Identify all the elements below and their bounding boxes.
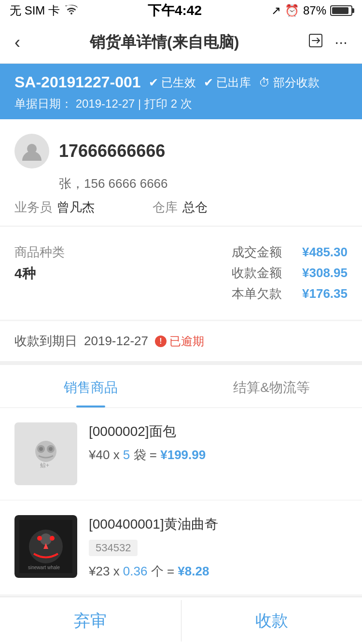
product-name-1: [0000002]面包 (89, 422, 348, 441)
date-value: 2019-12-27 (76, 97, 135, 110)
svg-point-5 (39, 447, 43, 451)
bottom-bar: 弃审 收款 (0, 597, 362, 644)
status-carrier: 无 SIM 卡 (10, 3, 78, 18)
customer-meta: 业务员 曾凡杰 仓库 总仓 (14, 199, 348, 216)
svg-point-11 (37, 536, 42, 541)
due-date-label: 收款到期日 (14, 333, 77, 350)
status-right: ↗ ⏰ 87% (271, 4, 352, 17)
print-info: | 打印 2 次 (138, 97, 192, 110)
nav-actions: ··· (308, 33, 348, 51)
tab-settlement[interactable]: 结算&物流等 (181, 365, 362, 407)
location-icon: ↗ (271, 4, 281, 17)
order-id: SA-20191227-001 (14, 73, 141, 91)
customer-section: 17666666666 张，156 6666 6666 业务员 曾凡杰 仓库 总… (0, 119, 362, 225)
product-unit-2: 个 (151, 564, 164, 578)
wifi-icon (65, 4, 78, 17)
overdue-text: 已逾期 (169, 334, 204, 349)
check-icon-1: ✔ (149, 76, 158, 89)
order-banner: SA-20191227-001 ✔ 已生效 ✔ 已出库 ⏱ 部分收款 单据日期：… (0, 64, 362, 119)
product-info-1: [0000002]面包 ¥40 x 5 袋 = ¥199.99 (89, 422, 348, 463)
warehouse-value: 总仓 (182, 199, 208, 216)
product-list: 鲸+ [0000002]面包 ¥40 x 5 袋 = ¥199.99 (0, 408, 362, 594)
back-button[interactable]: ‹ (14, 32, 20, 53)
transaction-label: 成交金额 (232, 244, 282, 261)
battery-text: 87% (303, 4, 326, 17)
due-date-section: 收款到期日 2019-12-27 ! 已逾期 (0, 321, 362, 365)
product-price-1: ¥40 x 5 袋 = ¥199.99 (89, 447, 348, 463)
date-label: 单据日期： (14, 97, 72, 110)
tab-sales-products[interactable]: 销售商品 (0, 365, 181, 407)
transaction-value: ¥485.30 (290, 245, 348, 260)
due-row: 本单欠款 ¥176.35 (232, 285, 348, 302)
product-type-label: 商品种类 (14, 244, 65, 261)
status-shipped: ✔ 已出库 (204, 75, 251, 90)
status-time: 下午4:42 (148, 1, 202, 20)
sales-label: 业务员 (14, 199, 52, 216)
product-price-2: ¥23 x 0.36 个 = ¥8.28 (89, 563, 348, 580)
overdue-badge: ! 已逾期 (155, 334, 204, 349)
page-title: 销货单详情(来自电脑) (90, 32, 239, 53)
amounts-block: 成交金额 ¥485.30 收款金额 ¥308.95 本单欠款 ¥176.35 (232, 244, 348, 306)
transaction-row: 成交金额 ¥485.30 (232, 244, 348, 261)
due-value: ¥176.35 (290, 286, 348, 301)
product-unit-price-1: ¥40 (89, 448, 110, 462)
avatar (14, 134, 49, 168)
product-name-2: [000400001]黄油曲奇 (89, 515, 348, 533)
alarm-icon: ⏰ (285, 4, 299, 17)
status-partial: ⏱ 部分收款 (259, 75, 320, 90)
overdue-icon: ! (155, 336, 167, 347)
product-total-1: ¥199.99 (160, 448, 206, 462)
product-type-value: 4种 (14, 265, 65, 283)
tabs: 销售商品 结算&物流等 (0, 365, 362, 408)
received-value: ¥308.95 (290, 266, 348, 280)
product-item-2: sinewart whale [000400001]黄油曲奇 534532 ¥2… (0, 501, 362, 594)
product-unit-price-2: ¥23 (89, 564, 110, 578)
clock-icon: ⏱ (259, 76, 270, 89)
sales-meta: 业务员 曾凡杰 (14, 199, 95, 216)
cancel-review-button[interactable]: 弃审 (0, 600, 181, 642)
product-type-block: 商品种类 4种 (14, 244, 65, 283)
product-info-2: [000400001]黄油曲奇 534532 ¥23 x 0.36 个 = ¥8… (89, 515, 348, 580)
product-unit-1: 袋 (134, 448, 146, 462)
svg-text:鲸+: 鲸+ (40, 462, 49, 469)
svg-point-12 (50, 536, 55, 541)
status-bar: 无 SIM 卡 下午4:42 ↗ ⏰ 87% (0, 0, 362, 21)
warehouse-meta: 仓库 总仓 (153, 199, 208, 216)
due-label: 本单欠款 (232, 285, 282, 302)
order-date-row: 单据日期： 2019-12-27 | 打印 2 次 (14, 96, 348, 112)
product-qty-2: 0.36 (123, 564, 148, 578)
product-item-1: 鲸+ [0000002]面包 ¥40 x 5 袋 = ¥199.99 (0, 408, 362, 500)
nav-bar: ‹ 销货单详情(来自电脑) ··· (0, 21, 362, 64)
product-total-2: ¥8.28 (178, 564, 209, 578)
due-date-value: 2019-12-27 (84, 334, 148, 349)
product-thumb-2: sinewart whale (14, 515, 77, 578)
product-tag-2: 534532 (89, 540, 138, 556)
customer-name-phone: 张，156 6666 6666 (59, 175, 348, 192)
customer-phone: 17666666666 (59, 141, 165, 161)
status-effective: ✔ 已生效 (149, 75, 196, 90)
warehouse-label: 仓库 (153, 199, 178, 216)
share-button[interactable] (308, 33, 323, 51)
received-label: 收款金额 (232, 265, 282, 281)
product-thumb-1: 鲸+ (14, 422, 77, 485)
svg-point-6 (49, 447, 53, 451)
more-button[interactable]: ··· (334, 33, 348, 51)
sales-value: 曾凡杰 (57, 199, 95, 216)
collect-payment-button[interactable]: 收款 (181, 600, 362, 642)
svg-text:sinewart whale: sinewart whale (28, 565, 60, 570)
summary-section: 商品种类 4种 成交金额 ¥485.30 收款金额 ¥308.95 本单欠款 ¥… (0, 230, 362, 320)
battery-icon (330, 5, 352, 16)
check-icon-2: ✔ (204, 76, 213, 89)
carrier-text: 无 SIM 卡 (10, 3, 60, 18)
product-qty-1: 5 (123, 448, 130, 462)
received-row: 收款金额 ¥308.95 (232, 265, 348, 281)
